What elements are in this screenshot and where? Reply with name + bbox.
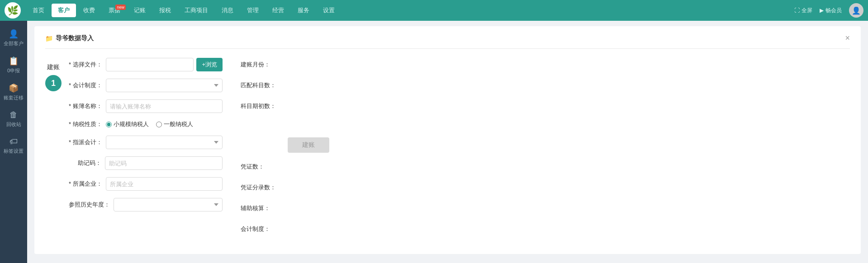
form-layout: 建账 1 * 选择文件： +浏览	[45, 58, 850, 243]
info-row-month: 建账月份：	[241, 58, 376, 71]
info-row-voucher: 凭证数：	[241, 160, 376, 174]
company-input[interactable]	[106, 177, 223, 191]
main-layout: 👤 全部客户 📋 0申报 📦 账套迁移 🗑 回收站 🏷 标签设置 📁 导爷数据导…	[0, 21, 868, 263]
zero-declare-icon: 📋	[9, 56, 19, 66]
migrate-icon: 📦	[9, 83, 19, 93]
history-row: 参照历史年度：	[69, 198, 223, 211]
build-button[interactable]: 建账	[288, 137, 329, 153]
sidebar-item-tags[interactable]: 🏷 标签设置	[0, 133, 27, 158]
logo-icon: 🌿	[7, 5, 19, 16]
panel-header: 📁 导爷数据导入 ×	[45, 33, 850, 49]
recycle-icon: 🗑	[9, 110, 18, 120]
avatar-icon: 👤	[852, 6, 861, 15]
info-row-initial: 科目期初数：	[241, 99, 376, 113]
nav-item-manage[interactable]: 管理	[241, 4, 265, 17]
panel-title-icon: 📁	[45, 35, 53, 42]
memo-input[interactable]	[105, 156, 223, 170]
content-area: 📁 导爷数据导入 × 建账 1 * 选择文件：	[27, 21, 868, 263]
nav-item-invoice[interactable]: 票据 new	[102, 4, 127, 17]
nav-item-service[interactable]: 服务	[291, 4, 316, 17]
assign-label: * 指派会计：	[69, 138, 106, 146]
nav-item-commerce[interactable]: 工商项目	[178, 4, 214, 17]
sidebar-item-recycle[interactable]: 🗑 回收站	[0, 107, 27, 132]
tax-general-label[interactable]: 一般纳税人	[156, 120, 193, 128]
tax-row: * 纳税性质： 小规模纳税人 一般纳税人	[69, 120, 223, 128]
nav-item-message[interactable]: 消息	[215, 4, 240, 17]
tax-small-label[interactable]: 小规模纳税人	[106, 120, 149, 128]
nav-item-tax[interactable]: 报税	[153, 4, 177, 17]
nav-item-bookkeeping[interactable]: 记账	[128, 4, 152, 17]
all-customers-icon: 👤	[9, 29, 19, 39]
panel-title: 📁 导爷数据导入	[45, 34, 94, 42]
top-navigation: 🌿 首页 客户 收费 票据 new 记账 报税 工商项目 消息 管理 经营 服务…	[0, 0, 868, 21]
nav-item-settings[interactable]: 设置	[317, 4, 341, 17]
info-row-accounts: 匹配科目数：	[241, 79, 376, 92]
history-select[interactable]	[114, 198, 223, 211]
new-badge: new	[115, 5, 126, 10]
info-voucher-label: 凭证数：	[241, 163, 281, 171]
assign-select[interactable]	[106, 136, 223, 149]
form-fields: * 选择文件： +浏览 * 会计制度：	[69, 58, 223, 219]
company-label: * 所属企业：	[69, 180, 106, 188]
info-row-aux: 辅助核算：	[241, 202, 376, 215]
ledger-row: * 账簿名称：	[69, 99, 223, 113]
memo-row: 助记码：	[69, 156, 223, 170]
step-circle: 1	[45, 75, 62, 91]
tax-label: * 纳税性质：	[69, 120, 106, 128]
fullscreen-icon: ⛶	[794, 7, 800, 14]
accounting-select[interactable]	[106, 79, 223, 92]
sidebar-item-all-customers[interactable]: 👤 全部客户	[0, 25, 27, 51]
info-panel: 建账月份： 匹配科目数： 科目期初数： 建账 凭证数：	[241, 58, 376, 243]
fullscreen-button[interactable]: ⛶ 全屏	[794, 7, 812, 14]
tax-small-radio[interactable]	[106, 122, 112, 127]
info-entries-label: 凭证分录数：	[241, 183, 281, 192]
ledger-label: * 账簿名称：	[69, 102, 106, 110]
file-label: * 选择文件：	[69, 61, 106, 69]
company-row: * 所属企业：	[69, 177, 223, 191]
file-row: * 选择文件： +浏览	[69, 58, 223, 71]
info-accounts-label: 匹配科目数：	[241, 81, 281, 89]
file-input[interactable]	[106, 58, 194, 71]
tax-radio-group: 小规模纳税人 一般纳税人	[106, 120, 193, 128]
step-label: 建账	[47, 63, 60, 71]
memo-label: 助记码：	[69, 159, 105, 167]
info-system-label: 会计制度：	[241, 225, 281, 233]
browse-button[interactable]: +浏览	[196, 58, 223, 71]
info-initial-label: 科目期初数：	[241, 102, 281, 110]
info-month-label: 建账月份：	[241, 61, 281, 69]
import-panel: 📁 导爷数据导入 × 建账 1 * 选择文件：	[34, 26, 861, 254]
tags-icon: 🏷	[9, 137, 18, 146]
nav-item-business[interactable]: 经营	[266, 4, 290, 17]
tax-general-radio[interactable]	[156, 122, 162, 127]
vip-icon: ▶	[820, 7, 824, 14]
ledger-input[interactable]	[106, 99, 223, 113]
nav-right-area: ⛶ 全屏 ▶ 畅会员 👤	[794, 3, 863, 18]
info-row-system: 会计制度：	[241, 222, 376, 236]
history-label: 参照历史年度：	[69, 201, 114, 209]
accounting-label: * 会计制度：	[69, 81, 106, 89]
avatar[interactable]: 👤	[849, 3, 863, 18]
nav-menu: 首页 客户 收费 票据 new 记账 报税 工商项目 消息 管理 经营 服务 设…	[26, 4, 794, 17]
close-button[interactable]: ×	[845, 33, 850, 43]
form-left: 建账 1 * 选择文件： +浏览	[45, 58, 223, 243]
nav-item-customer[interactable]: 客户	[52, 4, 76, 17]
vip-button[interactable]: ▶ 畅会员	[820, 7, 842, 14]
nav-item-home[interactable]: 首页	[26, 4, 51, 17]
file-input-group: +浏览	[106, 58, 223, 71]
app-logo: 🌿	[5, 2, 21, 19]
nav-item-fee[interactable]: 收费	[77, 4, 101, 17]
sidebar-item-migrate[interactable]: 📦 账套迁移	[0, 80, 27, 105]
sidebar: 👤 全部客户 📋 0申报 📦 账套迁移 🗑 回收站 🏷 标签设置	[0, 21, 27, 263]
info-row-entries: 凭证分录数：	[241, 181, 376, 194]
sidebar-item-zero-declare[interactable]: 📋 0申报	[0, 52, 27, 78]
accounting-row: * 会计制度：	[69, 79, 223, 92]
info-aux-label: 辅助核算：	[241, 204, 281, 212]
assign-row: * 指派会计：	[69, 136, 223, 149]
